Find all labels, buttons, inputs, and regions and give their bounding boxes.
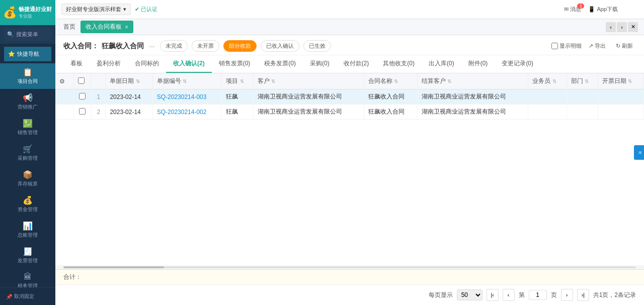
status-btn-1[interactable]: 未开票: [192, 40, 219, 52]
contract-sort-icon[interactable]: ⇅: [394, 78, 398, 84]
page-size-select[interactable]: 50 100 200: [457, 289, 482, 300]
more-button[interactable]: ···: [149, 42, 155, 50]
subtab-9[interactable]: 出入库(0): [422, 55, 461, 73]
settle-column-header: 结算客户 ⇅: [417, 73, 528, 89]
row-num-cell: 2: [92, 105, 106, 120]
export-button[interactable]: ↗ 导出: [586, 41, 609, 51]
subtab-7[interactable]: 收付款(2): [337, 55, 376, 73]
quick-nav-button[interactable]: ⭐ 快捷导航: [4, 47, 51, 61]
date-sort-icon[interactable]: ⇅: [136, 78, 140, 84]
sidebar-icon-0: 📋: [23, 67, 33, 77]
sidebar-item-项目合同[interactable]: 📋项目合同: [0, 63, 55, 89]
project-cell: 狂飙: [222, 89, 253, 105]
billno-link-0[interactable]: SQ-20230214-003: [157, 93, 207, 100]
sidebar-item-发票管理[interactable]: 🧾发票管理: [0, 243, 55, 268]
billno-sort-icon[interactable]: ⇅: [183, 78, 187, 84]
tab-close-all-button[interactable]: ✕: [628, 22, 638, 32]
select-all-checkbox[interactable]: [78, 77, 85, 84]
subtab-0[interactable]: 看板: [63, 55, 90, 73]
status-btn-0[interactable]: 未完成: [160, 40, 188, 52]
status-btn-3[interactable]: 已收入确认: [261, 40, 299, 52]
home-tab[interactable]: 首页: [61, 20, 77, 34]
checkbox-cell[interactable]: [73, 105, 92, 120]
settle-sort-icon[interactable]: ⇅: [447, 78, 451, 84]
sidebar-item-税务管理[interactable]: 🏛税务管理: [0, 268, 55, 287]
subtab-1[interactable]: 盈利分析: [90, 55, 128, 73]
main-area: 好业财专业版演示样套 ▾ ✔ 已认证 ✉ 消息 1 📱 App下载 珠珠: [55, 0, 644, 305]
billno-cell: SQ-20230214-003: [152, 89, 222, 105]
billno-link-1[interactable]: SQ-20230214-002: [157, 109, 207, 116]
sidebar-item-采购管理[interactable]: 🛒采购管理: [0, 140, 55, 166]
prev-page-button[interactable]: ‹: [503, 289, 515, 301]
customer-sort-icon[interactable]: ⇅: [271, 78, 275, 84]
row-num-cell: 1: [92, 89, 106, 105]
salesperson-sort-icon[interactable]: ⇅: [552, 78, 556, 84]
dept-cell: [567, 105, 598, 120]
sidebar-icon-4: 📦: [23, 170, 33, 179]
subtab-5[interactable]: 税务发票(0): [257, 55, 303, 73]
project-sort-icon[interactable]: ⇅: [240, 78, 244, 84]
subtab-3[interactable]: 收入确认(2): [166, 55, 212, 73]
last-page-button[interactable]: ›|: [577, 289, 589, 301]
page-header: 收入合同： 狂飙收入合同 ··· 未完成未开票部分收款已收入确认已生效 显示明细…: [55, 35, 644, 55]
float-action-button[interactable]: ≡: [634, 145, 644, 160]
status-btn-2[interactable]: 部分收款: [223, 40, 257, 52]
row-checkbox-0[interactable]: [79, 93, 86, 99]
page-size-label: 每页显示: [429, 291, 453, 299]
sidebar-label-7: 发票管理: [18, 257, 38, 264]
subtab-10[interactable]: 附件(0): [461, 55, 495, 73]
sidebar-icon-7: 🧾: [23, 247, 33, 256]
sidebar-logo: 💰 畅捷通好业财 专业版: [0, 0, 55, 25]
show-detail-toggle[interactable]: 显示明细: [551, 42, 582, 50]
contract-cell: 狂飙收入合同: [364, 105, 418, 120]
sidebar-item-总账管理[interactable]: 📊总账管理: [0, 217, 55, 243]
sidebar-bottom: 📌 取消固定: [0, 287, 55, 305]
dept-sort-icon[interactable]: ⇅: [585, 78, 589, 84]
tab-close-button[interactable]: ×: [125, 24, 128, 31]
billno-cell: SQ-20230214-002: [152, 105, 222, 120]
horizontal-scrollbar[interactable]: [55, 265, 644, 269]
user-avatar[interactable]: 珠珠: [625, 3, 638, 16]
subtab-6[interactable]: 采购(0): [303, 55, 337, 73]
date-cell: 2023-02-14: [106, 105, 152, 120]
status-btn-4[interactable]: 已生效: [303, 40, 331, 52]
show-detail-checkbox[interactable]: [551, 43, 558, 49]
sidebar-item-资金管理[interactable]: 💰资金管理: [0, 191, 55, 217]
message-button[interactable]: ✉ 消息 1: [564, 6, 581, 13]
sidebar-item-库存核算[interactable]: 📦库存核算: [0, 166, 55, 191]
sidebar-label-8: 税务管理: [18, 282, 38, 287]
row-checkbox-1[interactable]: [79, 108, 86, 115]
customer-cell: 湖南卫视商业运营发展有限公司: [253, 105, 364, 120]
subtab-2[interactable]: 合同标的: [128, 55, 166, 73]
certified-badge: ✔ 已认证: [135, 6, 157, 13]
sidebar-item-销售管理[interactable]: 💹销售管理: [0, 115, 55, 140]
app-download-button[interactable]: 📱 App下载: [588, 6, 618, 13]
active-tab[interactable]: 收入合同看板 ×: [80, 21, 133, 33]
header-right-actions: 显示明细 ↗ 导出 ↻ 刷新: [551, 41, 636, 51]
totals-label: 合计：: [63, 273, 82, 281]
tab-next-button[interactable]: ›: [617, 22, 627, 32]
table-row[interactable]: 2 2023-02-14 SQ-20230214-002 狂飙 湖南卫视商业运营…: [55, 105, 644, 120]
sidebar-search-area: 🔍 搜索菜单: [0, 25, 55, 44]
gear-icon[interactable]: ⚙: [59, 78, 65, 85]
salesperson-cell: [528, 105, 567, 120]
total-label: 共1页，2条记录: [593, 291, 636, 299]
title-prefix: 收入合同：: [63, 42, 99, 51]
next-page-button[interactable]: ›: [561, 289, 573, 301]
first-page-button[interactable]: |‹: [487, 289, 499, 301]
subtab-8[interactable]: 其他收支(0): [376, 55, 422, 73]
refresh-button[interactable]: ↻ 刷新: [613, 41, 636, 51]
tab-prev-button[interactable]: ‹: [606, 22, 616, 32]
pin-button[interactable]: 📌 取消固定: [3, 291, 52, 302]
search-menu-button[interactable]: 🔍 搜索菜单: [4, 28, 51, 41]
invoice-date-sort-icon[interactable]: ⇅: [628, 78, 632, 84]
page-input[interactable]: [529, 290, 547, 300]
table-area: ⚙ 单据日期 ⇅ 单据编号 ⇅: [55, 73, 644, 265]
table-row[interactable]: 1 2023-02-14 SQ-20230214-003 狂飙 湖南卫视商业运营…: [55, 89, 644, 105]
subtab-11[interactable]: 变更记录(0): [495, 55, 540, 73]
company-name: 好业财专业版演示样套: [66, 6, 121, 13]
sidebar-item-营销推广[interactable]: 📢营销推广: [0, 89, 55, 115]
subtab-4[interactable]: 销售发票(0): [212, 55, 258, 73]
company-selector[interactable]: 好业财专业版演示样套 ▾: [61, 4, 131, 15]
checkbox-cell[interactable]: [73, 89, 92, 105]
